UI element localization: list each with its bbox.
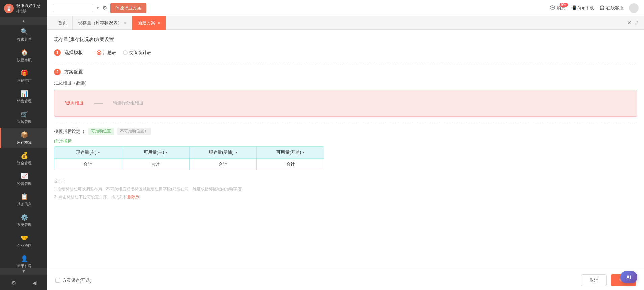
tab-inventory-close[interactable]: × [124,20,127,26]
download-icon: 📲 [571,5,576,10]
sidebar-item-home[interactable]: 🏠 快捷导航 [0,45,47,66]
sidebar-scroll-up[interactable]: ▲ [0,17,47,25]
save-checkbox-box [55,278,60,283]
tab-new-scheme-label: 新建方案 [138,20,155,26]
tab-controls: ✕ ⤢ [627,20,639,26]
sidebar-label-search: 搜索菜单 [17,37,32,42]
chevron-down-icon[interactable]: ▾ [97,5,99,10]
message-badge: 99+ [560,3,568,7]
stats-col-2[interactable]: 可用量(主) ▾ [122,147,190,158]
step2-header: 2 方案配置 [54,69,637,75]
gift-icon: 🎁 [21,69,28,77]
stats-col-4-label: 可用量(基辅) [276,149,301,155]
scheme-search-input[interactable] [53,4,93,12]
tip-1-num: 1.拖动标题栏可以调整布局，不可跨维度或指标区域拖动栏目字段(只能在同一维度或指… [54,185,243,193]
main-content: ▾ ⚙ 体验行业方案 💬 消息 99+ 📲 App下载 🎧 在线客服 首页 [47,0,644,290]
tab-inventory[interactable]: 现存量（库存状况表） × [73,16,132,30]
sidebar-item-guide[interactable]: 👤 新手引导 [0,251,47,268]
sidebar-item-operation[interactable]: 📈 经营管理 [0,169,47,190]
stats-col-1[interactable]: 现存量(主) ▾ [54,147,122,158]
radio-cross-dot [123,50,128,55]
template-settings: 模板指标设定（ 可拖动位置 不可拖动位置） 统计指标 现存量(主) ▾ [54,128,637,201]
col3-chevron-icon[interactable]: ▾ [235,150,237,155]
stats-cell-1-body: 合计 [54,158,122,170]
sidebar-label-marketing: 营销推广 [17,78,32,83]
tip-1: 1.拖动标题栏可以调整布局，不可跨维度或指标区域拖动栏目字段(只能在同一维度或指… [54,185,637,193]
step1-section: 1 选择模板 汇总表 交叉统计表 [54,49,637,56]
sidebar-item-basic[interactable]: 📋 基础信息 [0,190,47,210]
stats-cell-2-body: 合计 [122,158,190,170]
sidebar-item-marketing[interactable]: 🎁 营销推广 [0,66,47,87]
settings-label: 模板指标设定（ 可拖动位置 不可拖动位置） [54,128,637,135]
sidebar-label-purchase: 采购管理 [17,119,32,124]
sidebar-item-purchase[interactable]: 🛒 采购管理 [0,107,47,128]
sidebar-item-enterprise[interactable]: 🤝 企业协同 [0,231,47,251]
unmovable-tag: 不可拖动位置） [117,128,151,135]
sidebar-item-inventory[interactable]: 📦 库存核算 [0,128,47,148]
home-icon: 🏠 [21,49,28,56]
message-icon: 💬 [550,5,555,10]
chart-icon: 📊 [21,90,28,97]
tab-collapse-btn[interactable]: ✕ [627,20,631,26]
tips: 提示： 1.拖动标题栏可以调整布局，不可跨维度或指标区域拖动栏目字段(只能在同一… [54,177,637,201]
step1-badge: 1 [54,49,61,56]
tab-home-label: 首页 [58,20,67,26]
sidebar-item-sales[interactable]: 📊 销售管理 [0,87,47,107]
tab-expand-btn[interactable]: ⤢ [634,20,639,26]
stats-header: 统计指标 [54,138,637,144]
money-icon: 💰 [21,152,28,159]
sidebar-item-finance[interactable]: 💰 资金管理 [0,148,47,169]
footer-collapse-btn[interactable]: ◀ [31,278,38,287]
user-avatar[interactable] [629,3,639,13]
save-checkbox[interactable]: 方案保存(可选) [55,277,92,283]
bottom-bar: 方案保存(可选) 取消 查询 [47,270,644,290]
template-cross[interactable]: 交叉统计表 [123,50,151,56]
message-btn[interactable]: 💬 消息 99+ [550,5,565,11]
app-download-btn[interactable]: 📲 App下载 [571,5,594,11]
online-service-btn[interactable]: 🎧 在线客服 [599,5,624,11]
col2-chevron-icon[interactable]: ▾ [165,150,167,155]
col1-chevron-icon[interactable]: ▾ [98,150,100,155]
footer-settings-btn[interactable]: ⚙ [10,278,17,287]
step2-section: 2 方案配置 汇总维度（必选） *纵向维度 —— 请选择分组维度 模板指标设定（… [54,69,637,201]
stats-table-head: 现存量(主) ▾ 可用量(主) ▾ 现存量(基辅) ▾ [54,147,324,158]
page-content: 现存量(库存状况表)方案设置 1 选择模板 汇总表 交叉统计表 [47,30,644,270]
trial-btn[interactable]: 体验行业方案 [110,3,146,13]
app-name: 畅康通好生意 [16,3,41,9]
step1-title: 选择模板 [64,50,83,56]
dimension-placeholder: 请选择分组维度 [113,100,144,106]
sidebar-label-system: 系统管理 [17,222,32,227]
app-download-label: App下载 [577,5,594,11]
topbar-right: 💬 消息 99+ 📲 App下载 🎧 在线客服 [550,3,639,13]
tab-new-scheme-close[interactable]: × [157,20,160,26]
tab-new-scheme[interactable]: 新建方案 × [132,16,166,30]
box-icon: 📦 [21,131,28,139]
sidebar-label-finance: 资金管理 [17,161,32,166]
settings-label-text: 模板指标设定（ [54,128,85,135]
stats-col-3[interactable]: 现存量(基辅) ▾ [190,147,257,158]
template-summary[interactable]: 汇总表 [97,50,116,56]
sidebar-label-sales: 销售管理 [17,99,32,104]
gear-icon[interactable]: ⚙ [102,5,107,11]
sidebar-label-basic: 基础信息 [17,202,32,207]
sidebar-item-search[interactable]: 🔍 搜索菜单 [0,25,47,45]
col4-chevron-icon[interactable]: ▾ [302,150,304,155]
sidebar-scroll-down[interactable]: ▼ [0,268,47,275]
logo-icon: 🐰 [4,4,14,13]
stats-table: 现存量(主) ▾ 可用量(主) ▾ 现存量(基辅) ▾ [54,146,324,170]
content-inner: 现存量(库存状况表)方案设置 1 选择模板 汇总表 交叉统计表 [47,30,644,270]
ai-fab-button[interactable]: Ai [620,271,637,283]
trend-icon: 📈 [21,172,28,180]
stats-col-2-label: 可用量(主) [144,149,164,155]
stats-col-1-label: 现存量(主) [76,149,97,155]
stats-col-4[interactable]: 可用量(基辅) ▾ [257,147,324,158]
cancel-button[interactable]: 取消 [581,274,607,286]
dimension-area[interactable]: *纵向维度 —— 请选择分组维度 [54,90,637,117]
tab-home[interactable]: 首页 [53,16,73,30]
sidebar-item-system[interactable]: ⚙️ 系统管理 [0,210,47,231]
divider-2 [54,122,637,122]
cart-icon: 🛒 [21,111,28,118]
divider-1 [54,63,637,63]
dimension-divider: —— [94,101,103,106]
template-cross-label: 交叉统计表 [129,50,151,56]
